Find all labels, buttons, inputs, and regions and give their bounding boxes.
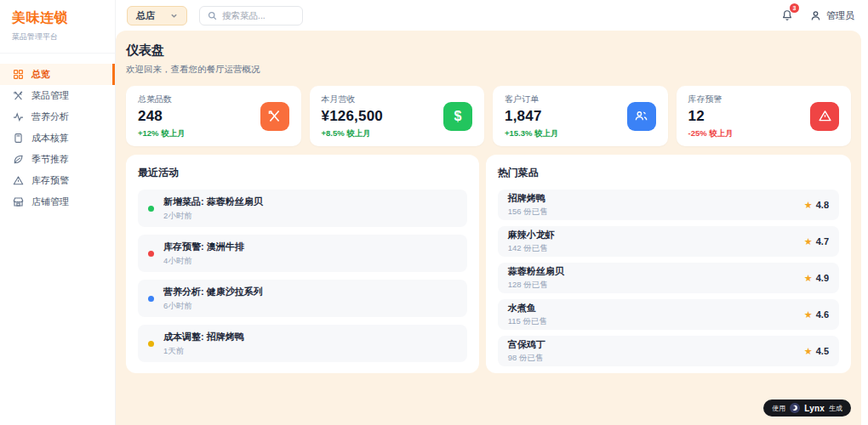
- stat-card-monthly-revenue[interactable]: 本月营收 ¥126,500 +8.5% 较上月 $: [310, 86, 485, 146]
- dish-sold: 98 份已售: [508, 353, 545, 364]
- dish-sold: 115 份已售: [508, 316, 547, 327]
- dish-list-item[interactable]: 招牌烤鸭 156 份已售 ★ 4.8: [498, 190, 839, 220]
- dashboard-content: 仪表盘 欢迎回来，查看您的餐厅运营概况 总菜品数 248 +12% 较上月: [116, 31, 861, 425]
- page-title: 仪表盘: [126, 42, 851, 59]
- user-name: 管理员: [826, 9, 854, 22]
- badge-brand: Lynx: [804, 404, 825, 413]
- star-icon: ★: [804, 201, 813, 210]
- dish-rating: ★ 4.7: [804, 236, 829, 246]
- status-dot: [148, 251, 154, 257]
- search-icon: [208, 11, 217, 20]
- stat-value: ¥126,500: [322, 108, 384, 125]
- badge-suffix: 生成: [829, 404, 842, 413]
- sidebar: 美味连锁 菜品管理平台 总览 菜品管理 营养分析: [0, 0, 116, 425]
- status-dot: [148, 206, 154, 212]
- stat-card-inventory-alerts[interactable]: 库存预警 12 -25% 较上月: [677, 86, 852, 146]
- utensils-icon: [12, 90, 24, 102]
- activity-list-item[interactable]: 新增菜品: 蒜蓉粉丝扇贝 2小时前: [138, 190, 467, 227]
- sidebar-item-label: 菜品管理: [31, 89, 69, 102]
- stat-card-customer-orders[interactable]: 客户订单 1,847 +15.3% 较上月: [493, 86, 668, 146]
- stat-label: 总菜品数: [138, 94, 186, 105]
- grid-icon: [12, 69, 24, 81]
- activity-list-item[interactable]: 营养分析: 健康沙拉系列 6小时前: [138, 280, 467, 317]
- star-icon: ★: [804, 310, 813, 320]
- stat-trend: -25% 较上月: [688, 128, 734, 139]
- stat-card-total-dishes[interactable]: 总菜品数 248 +12% 较上月: [126, 86, 301, 146]
- activity-text: 营养分析: 健康沙拉系列: [163, 286, 263, 298]
- dish-rating: ★ 4.9: [804, 273, 829, 283]
- sidebar-item-label: 库存预警: [31, 174, 69, 187]
- search-box[interactable]: [199, 6, 303, 26]
- sidebar-item-store-management[interactable]: 店铺管理: [0, 191, 115, 212]
- dish-rating: ★ 4.8: [804, 200, 829, 210]
- sidebar-item-cost-accounting[interactable]: 成本核算: [0, 128, 115, 149]
- activity-text: 库存预警: 澳洲牛排: [163, 241, 244, 253]
- sidebar-nav: 总览 菜品管理 营养分析 成本核算: [0, 64, 115, 212]
- stat-value: 248: [138, 108, 186, 125]
- dish-list-item[interactable]: 蒜蓉粉丝扇贝 128 份已售 ★ 4.9: [498, 263, 839, 293]
- stat-trend: +12% 较上月: [138, 128, 186, 139]
- sidebar-item-label: 店铺管理: [31, 196, 69, 208]
- dish-list-item[interactable]: 麻辣小龙虾 142 份已售 ★ 4.7: [498, 226, 839, 257]
- stat-trend: +8.5% 较上月: [322, 128, 384, 139]
- dish-name: 蒜蓉粉丝扇贝: [508, 265, 564, 278]
- store-selector-value: 总店: [136, 9, 155, 22]
- alert-triangle-icon: [810, 102, 839, 131]
- stats-row: 总菜品数 248 +12% 较上月 本月营收 ¥126,500 +8.5% 较上…: [126, 86, 851, 146]
- dish-name: 宫保鸡丁: [508, 338, 545, 351]
- lynx-generated-badge[interactable]: 使用 Lynx 生成: [763, 400, 851, 416]
- dish-list-item[interactable]: 水煮鱼 115 份已售 ★ 4.6: [498, 299, 839, 330]
- utensils-icon: [260, 102, 289, 131]
- dollar-icon: $: [443, 102, 472, 131]
- stat-value: 1,847: [505, 108, 559, 125]
- panels-row: 最近活动 新增菜品: 蒜蓉粉丝扇贝 2小时前 库存预警: 澳洲牛排 4小时前: [126, 155, 851, 373]
- notifications-button[interactable]: 3: [779, 8, 795, 23]
- activity-time: 4小时前: [163, 256, 244, 267]
- stat-label: 本月营收: [322, 94, 384, 105]
- status-dot: [148, 296, 154, 302]
- brand-subtitle: 菜品管理平台: [12, 31, 103, 42]
- activity-text: 成本调整: 招牌烤鸭: [163, 331, 244, 343]
- rating-value: 4.8: [816, 200, 829, 210]
- page-subtitle: 欢迎回来，查看您的餐厅运营概况: [126, 64, 851, 76]
- sidebar-item-inventory-alert[interactable]: 库存预警: [0, 170, 115, 191]
- sidebar-item-overview[interactable]: 总览: [0, 64, 115, 85]
- lynx-logo-icon: [790, 403, 800, 413]
- calculator-icon: [12, 133, 24, 144]
- sidebar-item-seasonal-recommendation[interactable]: 季节推荐: [0, 149, 115, 170]
- recent-activity-panel: 最近活动 新增菜品: 蒜蓉粉丝扇贝 2小时前 库存预警: 澳洲牛排 4小时前: [126, 155, 479, 373]
- dish-list-item[interactable]: 宫保鸡丁 98 份已售 ★ 4.5: [498, 336, 839, 366]
- store-selector-dropdown[interactable]: 总店: [127, 6, 187, 26]
- sidebar-item-label: 营养分析: [31, 110, 69, 123]
- chevron-down-icon: [170, 12, 178, 20]
- sidebar-item-label: 总览: [31, 68, 50, 81]
- rating-value: 4.5: [816, 346, 829, 356]
- star-icon: ★: [804, 347, 813, 356]
- panel-title: 热门菜品: [498, 166, 839, 180]
- store-icon: [12, 196, 24, 208]
- sidebar-item-label: 成本核算: [31, 132, 69, 144]
- sidebar-item-dish-management[interactable]: 菜品管理: [0, 85, 115, 106]
- star-icon: ★: [804, 237, 813, 246]
- brand-name: 美味连锁: [12, 9, 103, 27]
- users-icon: [627, 102, 656, 131]
- activity-time: 1天前: [163, 346, 244, 357]
- dish-rating: ★ 4.5: [804, 346, 829, 356]
- stat-label: 库存预警: [688, 94, 734, 105]
- dish-sold: 156 份已售: [508, 207, 548, 218]
- stat-label: 客户订单: [505, 94, 559, 105]
- status-dot: [148, 341, 154, 347]
- user-icon: [810, 10, 821, 21]
- user-menu[interactable]: 管理员: [810, 9, 854, 22]
- topbar: 总店 3 管理员: [116, 0, 868, 31]
- activity-list-item[interactable]: 库存预警: 澳洲牛排 4小时前: [138, 235, 467, 272]
- logo-area: 美味连锁 菜品管理平台: [0, 0, 115, 54]
- dish-name: 招牌烤鸭: [508, 192, 548, 205]
- activity-text: 新增菜品: 蒜蓉粉丝扇贝: [163, 196, 263, 208]
- activity-list-item[interactable]: 成本调整: 招牌烤鸭 1天前: [138, 325, 467, 362]
- search-input[interactable]: [222, 10, 294, 20]
- activity-time: 2小时前: [163, 211, 263, 222]
- main-column: 总店 3 管理员 仪表盘 欢迎回来，查看: [116, 0, 868, 425]
- sidebar-item-nutrition-analysis[interactable]: 营养分析: [0, 106, 115, 128]
- stat-trend: +15.3% 较上月: [505, 128, 559, 139]
